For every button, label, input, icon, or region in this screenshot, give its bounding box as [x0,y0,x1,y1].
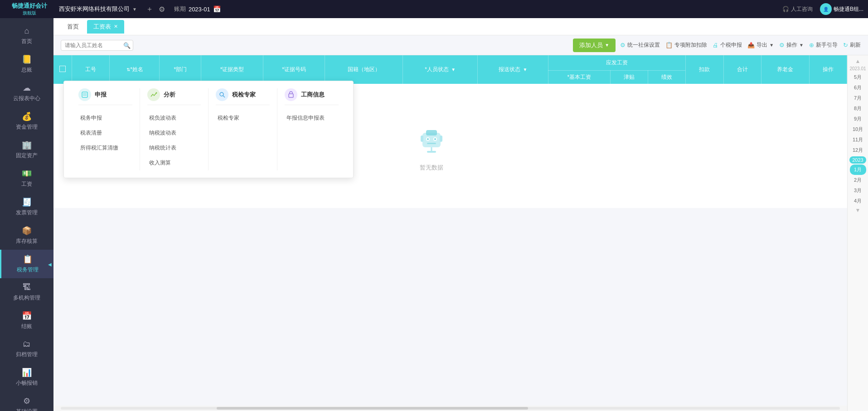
tab-salary-table[interactable]: 工资表 ✕ [87,20,124,34]
timeline-nav-up[interactable]: ▲ [855,57,861,65]
invoice-icon: 🧾 [22,197,32,207]
expert-icon [216,88,228,101]
sidebar-item-multi[interactable]: 🏗 多机构管理 [0,278,53,306]
refresh-btn[interactable]: ↻ 刷新 [843,41,861,49]
timeline-month-5[interactable]: 5月 [848,72,868,82]
special-deduction-btn[interactable]: 📋 专项附加扣除 [665,41,707,49]
settings-icon[interactable]: ⚙ [159,5,165,14]
menu-item-expert[interactable]: 税检专家 [216,111,270,126]
sidebar-item-tax[interactable]: 📋 税务管理 ◀ [0,250,53,278]
filter-icon-staff[interactable]: ▼ [451,67,456,72]
svg-rect-8 [440,135,442,142]
menu-item-annual-report[interactable]: 年报信息申报表 [285,111,339,126]
sidebar-label-funds: 资金管理 [16,123,38,131]
timeline-month-4[interactable]: 4月 [848,196,868,206]
sidebar-item-assets[interactable]: 🏢 固定资产 [0,135,53,164]
th-pension: 养老金 [761,55,809,84]
th-report-status: 报送状态 ▼ [478,55,548,84]
menu-item-tax-stats[interactable]: 纳税统计表 [147,140,201,155]
service-button[interactable]: 🎧 人工咨询 [782,5,813,13]
dropdown-col-declaration: 申报 税务申报 税表清册 所得税汇算清缴 [71,88,140,170]
dropdown-col-analysis: 分析 税负波动表 纳税波动表 纳税统计表 收入测算 [140,88,209,170]
th-allowance: 津贴 [610,71,648,84]
scrollbar-track[interactable] [61,407,840,410]
sidebar-item-cloud[interactable]: ☁ 云报表中心 [0,78,53,107]
svg-rect-17 [289,94,293,97]
sidebar-item-inventory[interactable]: 📦 库存核算 [0,221,53,250]
social-security-label: 统一社保设置 [627,41,660,49]
calendar-icon[interactable]: 📅 [213,5,221,13]
company-selector[interactable]: 西安虾米网络科技有限公司 ▼ [59,5,137,13]
sidebar-label-multi: 多机构管理 [13,294,40,302]
add-company-icon[interactable]: ＋ [146,5,153,14]
period-area: 账期 2023-01 📅 [174,5,221,13]
operations-btn[interactable]: ⚙ 操作 ▼ [779,41,804,49]
menu-item-income-preview[interactable]: 收入测算 [147,155,201,170]
th-operations: 操作 [809,55,847,84]
sidebar-item-ledger[interactable]: 📒 总账 [0,50,53,78]
social-security-btn[interactable]: ⚙ 统一社保设置 [620,41,660,49]
personal-tax-label: 个税申报 [720,41,742,49]
sidebar-item-report[interactable]: 📊 小畅报销 [0,363,53,392]
new-guide-btn[interactable]: ⊕ 新手引导 [809,41,838,49]
menu-item-income-settle[interactable]: 所得税汇算清缴 [78,140,132,155]
sidebar-label-close: 结账 [21,323,32,330]
sort-icon-name: ⇅ [126,67,130,72]
tab-salary-label: 工资表 [93,23,111,31]
sidebar-item-close[interactable]: 📅 结账 [0,306,53,335]
select-all-checkbox[interactable] [59,66,66,72]
sidebar-item-salary[interactable]: 💵 工资 [0,164,53,193]
search-input[interactable] [61,40,133,51]
logo-area: 畅捷通好会计 旗舰版 [5,2,54,16]
menu-item-tax-payment[interactable]: 纳税波动表 [147,126,201,140]
svg-point-14 [155,92,157,94]
th-name: ⇅*姓名 [109,55,160,84]
app-subtitle: 旗舰版 [23,10,36,16]
bottom-scrollbar[interactable] [53,406,847,411]
th-checkbox[interactable] [53,55,72,84]
main-layout: ⌂ 首页 📒 总账 ☁ 云报表中心 💰 资金管理 🏢 固定资产 💵 工资 🧾 发… [0,18,868,411]
timeline-month-9[interactable]: 9月 [848,114,868,124]
salary-icon: 💵 [22,169,32,179]
menu-item-tax-burden[interactable]: 税负波动表 [147,111,201,126]
sidebar-item-funds[interactable]: 💰 资金管理 [0,107,53,135]
sidebar-item-archive[interactable]: 🗂 归档管理 [0,335,53,363]
social-security-icon: ⚙ [620,42,626,48]
period-value: 2023-01 [189,6,210,13]
header-right: 🎧 人工咨询 👤 畅捷通B组... [782,3,863,15]
sidebar-item-invoice[interactable]: 🧾 发票管理 [0,193,53,221]
export-label: 导出 [756,41,767,49]
tab-close-icon[interactable]: ✕ [114,24,118,29]
user-button[interactable]: 👤 畅捷通B组... [820,3,863,15]
sidebar-item-settings[interactable]: ⚙ 基础设置 [0,392,53,411]
timeline-month-1[interactable]: 1月 [850,164,866,175]
timeline-nav-down[interactable]: ▼ [855,206,861,214]
th-nationality: 国籍（地区） [325,55,403,84]
personal-tax-btn[interactable]: 🖨 个税申报 [713,41,742,49]
menu-item-tax-clear[interactable]: 税表清册 [78,126,132,140]
timeline-month-12[interactable]: 12月 [848,145,868,155]
header-icons: ＋ ⚙ [146,5,165,14]
menu-item-tax-report[interactable]: 税务申报 [78,111,132,126]
company-dropdown-icon[interactable]: ▼ [132,7,137,12]
tab-home[interactable]: 首页 [61,20,85,34]
sidebar-item-home[interactable]: ⌂ 首页 [0,22,53,50]
svg-point-5 [434,138,436,140]
scrollbar-thumb[interactable] [217,407,529,410]
timeline-month-7[interactable]: 7月 [848,93,868,103]
th-department: *部门 [160,55,201,84]
filter-icon-report[interactable]: ▼ [523,67,527,72]
empty-illustration [413,120,450,156]
export-btn[interactable]: 📤 导出 ▼ [747,41,774,49]
timeline-month-2[interactable]: 2月 [848,175,868,185]
timeline-month-6[interactable]: 6月 [848,82,868,93]
add-person-button[interactable]: 添加人员 ▼ [573,39,616,52]
sidebar-label-salary: 工资 [21,180,32,188]
export-dropdown-icon: ▼ [769,43,774,48]
timeline-month-8[interactable]: 8月 [848,103,868,114]
search-icon[interactable]: 🔍 [123,42,131,48]
timeline-month-10[interactable]: 10月 [848,124,868,135]
timeline-month-11[interactable]: 11月 [848,135,868,145]
assets-icon: 🏢 [22,140,32,150]
timeline-month-3[interactable]: 3月 [848,185,868,196]
